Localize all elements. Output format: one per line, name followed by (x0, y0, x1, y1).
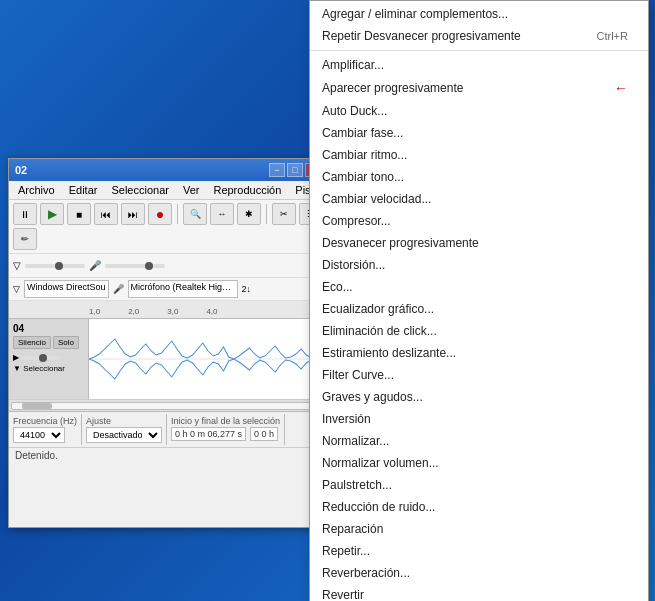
ruler-marks: 1,0 2,0 3,0 4,0 (9, 307, 218, 316)
menu-fade-in[interactable]: Aparecer progresivamente (310, 76, 648, 100)
status-bar: Detenido. (9, 447, 327, 463)
context-menu: Agregar / eliminar complementos... Repet… (309, 0, 649, 601)
track-gain-slider[interactable] (21, 356, 61, 360)
track-buttons: Silencio Solo (13, 336, 84, 349)
menu-bass-treble[interactable]: Graves y agudos... (310, 386, 648, 408)
desktop: 02 − □ ✕ Archivo Editar Seleccionar Ver … (0, 0, 655, 601)
track-name: 04 (13, 323, 84, 334)
output-volume-slider[interactable] (25, 264, 85, 268)
window-titlebar: 02 − □ ✕ (9, 159, 327, 181)
track-select-label[interactable]: ▼ Seleccionar (13, 364, 84, 373)
menu-distortion[interactable]: Distorsión... (310, 254, 648, 276)
solo-button[interactable]: Solo (53, 336, 79, 349)
output-device-select[interactable]: Windows DirectSou (24, 280, 109, 298)
menu-repair[interactable]: Reparación (310, 518, 648, 540)
menu-seleccionar[interactable]: Seleccionar (106, 183, 173, 197)
zoom-fit-button[interactable]: ↔ (210, 203, 234, 225)
menu-reproduccion[interactable]: Reproducción (208, 183, 286, 197)
frequency-label: Frecuencia (Hz) (13, 416, 77, 426)
menu-auto-duck[interactable]: Auto Duck... (310, 100, 648, 122)
menu-noise-reduction[interactable]: Reducción de ruido... (310, 496, 648, 518)
record-button[interactable]: ● (148, 203, 172, 225)
mixer-bar: ▽ 🎤 (9, 254, 327, 278)
zoom-in-button[interactable]: 🔍 (183, 203, 207, 225)
channels-label: 2↓ (242, 284, 252, 294)
menu-filter-curve[interactable]: Filter Curve... (310, 364, 648, 386)
menu-fade-out[interactable]: Desvanecer progresivamente (310, 232, 648, 254)
ruler-mark-4: 4,0 (206, 307, 217, 316)
selection-panel: Inicio y final de la selección 0 h 0 m 0… (167, 414, 285, 445)
menu-divider-1 (310, 50, 648, 51)
menubar: Archivo Editar Seleccionar Ver Reproducc… (9, 181, 327, 200)
menu-sliding-stretch[interactable]: Estiramiento deslizante... (310, 342, 648, 364)
play-button[interactable]: ▶ (40, 203, 64, 225)
time-start: 0 h 0 m 06,277 s (171, 427, 246, 441)
menu-revert[interactable]: Revertir (310, 584, 648, 601)
adjust-select[interactable]: Desactivado (86, 427, 162, 443)
stop-button[interactable]: ■ (67, 203, 91, 225)
skip-end-button[interactable]: ⏭ (121, 203, 145, 225)
draw-tool-button[interactable]: ✏ (13, 228, 37, 250)
menu-echo[interactable]: Eco... (310, 276, 648, 298)
device-bar: ▽ Windows DirectSou 🎤 Micrófono (Realtek… (9, 278, 327, 301)
window-title: 02 (15, 164, 27, 176)
menu-editar[interactable]: Editar (64, 183, 103, 197)
menu-compressor[interactable]: Compresor... (310, 210, 648, 232)
adjust-panel: Ajuste Desactivado (82, 414, 167, 445)
timeline-ruler: 1,0 2,0 3,0 4,0 (9, 301, 327, 319)
frequency-panel: Frecuencia (Hz) 44100 (9, 414, 82, 445)
menu-normalize-volume[interactable]: Normalizar volumen... (310, 452, 648, 474)
menu-click-removal[interactable]: Eliminación de click... (310, 320, 648, 342)
ruler-mark-1: 1,0 (89, 307, 100, 316)
menu-change-phase[interactable]: Cambiar fase... (310, 122, 648, 144)
menu-change-pitch[interactable]: Cambiar tono... (310, 166, 648, 188)
bottom-panels: Frecuencia (Hz) 44100 Ajuste Desactivado… (9, 411, 327, 447)
input-device-select[interactable]: Micrófono (Realtek High Definition Audio… (128, 280, 238, 298)
ruler-mark-2: 2,0 (128, 307, 139, 316)
adjust-label: Ajuste (86, 416, 162, 426)
menu-reverb[interactable]: Reverberación... (310, 562, 648, 584)
maximize-button[interactable]: □ (287, 163, 303, 177)
menu-paulstretch[interactable]: Paulstretch... (310, 474, 648, 496)
menu-graphic-eq[interactable]: Ecualizador gráfico... (310, 298, 648, 320)
ruler-mark-3: 3,0 (167, 307, 178, 316)
menu-add-remove-plugins[interactable]: Agregar / eliminar complementos... (310, 3, 648, 25)
horizontal-scrollbar[interactable] (9, 399, 327, 411)
frequency-select[interactable]: 44100 (13, 427, 65, 443)
skip-start-button[interactable]: ⏮ (94, 203, 118, 225)
select-tool-button[interactable]: ✂ (272, 203, 296, 225)
menu-change-rhythm[interactable]: Cambiar ritmo... (310, 144, 648, 166)
track-waveform[interactable] (89, 319, 327, 399)
output-volume-icon: ▽ (13, 260, 21, 271)
audacity-window: 02 − □ ✕ Archivo Editar Seleccionar Ver … (8, 158, 328, 528)
silence-button[interactable]: Silencio (13, 336, 51, 349)
zoom-out-button[interactable]: ✱ (237, 203, 261, 225)
toolbar: ⏸ ▶ ■ ⏮ ⏭ ● 🔍 ↔ ✱ ✂ ☰ ✏ (9, 200, 327, 254)
track-controls: 04 Silencio Solo ▶ ▼ Seleccionar (9, 319, 89, 399)
menu-change-speed[interactable]: Cambiar velocidad... (310, 188, 648, 210)
gain-icon: ▶ (13, 353, 19, 362)
time-end: 0 0 h (250, 427, 278, 441)
menu-inversion[interactable]: Inversión (310, 408, 648, 430)
pause-button[interactable]: ⏸ (13, 203, 37, 225)
mic-device-icon: 🎤 (113, 284, 124, 294)
menu-normalize[interactable]: Normalizar... (310, 430, 648, 452)
toolbar-separator-1 (177, 204, 178, 224)
toolbar-separator-2 (266, 204, 267, 224)
minimize-button[interactable]: − (269, 163, 285, 177)
menu-ver[interactable]: Ver (178, 183, 205, 197)
input-volume-slider[interactable] (105, 264, 165, 268)
output-device-icon: ▽ (13, 284, 20, 294)
menu-amplify[interactable]: Amplificar... (310, 54, 648, 76)
selection-label: Inicio y final de la selección (171, 416, 280, 426)
track-area: 04 Silencio Solo ▶ ▼ Seleccionar (9, 319, 327, 399)
microphone-icon: 🎤 (89, 260, 101, 271)
status-text: Detenido. (15, 450, 58, 461)
menu-repeat-fade-out[interactable]: Repetir Desvanecer progresivamente Ctrl+… (310, 25, 648, 47)
menu-repeat[interactable]: Repetir... (310, 540, 648, 562)
menu-archivo[interactable]: Archivo (13, 183, 60, 197)
